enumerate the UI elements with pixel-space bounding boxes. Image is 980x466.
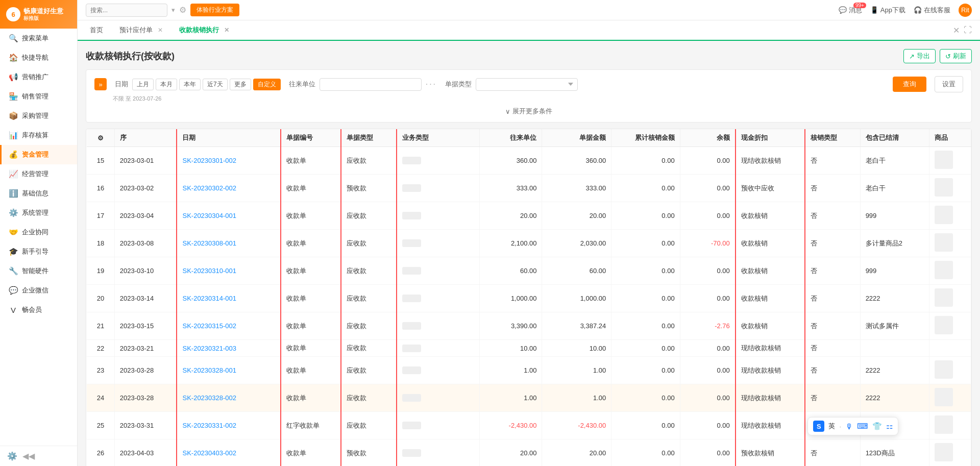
filter-bar: » 日期 上月 本月 本年 近7天 更多 自定义 往来单位 bbox=[86, 69, 972, 122]
page-content: 收款核销执行(按收款) ↗ 导出 ↺ 刷新 » 日期 bbox=[78, 41, 980, 466]
sidebar-item-marketing[interactable]: 📢 营销推广 bbox=[0, 67, 77, 87]
cell-discount: -70.00 bbox=[680, 230, 736, 257]
date-btn-this-month[interactable]: 本月 bbox=[156, 79, 177, 90]
cell-goods-img bbox=[929, 175, 971, 202]
date-btn-more[interactable]: 更多 bbox=[230, 79, 251, 90]
sidebar-item-label: 企业微信 bbox=[22, 286, 48, 295]
collapse-icon[interactable]: ◀◀ bbox=[22, 451, 35, 461]
date-btn-this-year[interactable]: 本年 bbox=[179, 79, 201, 90]
float-bar-apps-icon[interactable]: ⚏ bbox=[886, 422, 893, 431]
order-no-link[interactable]: SK-20230315-002 bbox=[182, 322, 236, 330]
settings-button[interactable]: 设置 bbox=[935, 76, 963, 92]
order-no-link[interactable]: SK-20230403-002 bbox=[182, 449, 236, 457]
sidebar-item-purchase[interactable]: 📦 采购管理 bbox=[0, 106, 77, 126]
cell-amount: 333.00 bbox=[480, 175, 542, 202]
cell-balance: 0.00 bbox=[611, 357, 680, 384]
th-date: 序 bbox=[114, 129, 177, 147]
filter-partner-input[interactable] bbox=[320, 78, 422, 91]
cell-cancel-type: 现结收款核销 bbox=[736, 147, 805, 175]
sidebar-item-label: 智能硬件 bbox=[22, 266, 48, 276]
sidebar-item-hardware[interactable]: 🔧 智能硬件 bbox=[0, 261, 77, 281]
refresh-button[interactable]: ↺ 刷新 bbox=[940, 49, 972, 63]
cell-date: 2023-03-31 bbox=[114, 412, 177, 439]
sidebar-item-system[interactable]: ⚙️ 系统管理 bbox=[0, 203, 77, 223]
settings-bottom-icon[interactable]: ⚙️ bbox=[7, 451, 17, 461]
filter-collapse-button[interactable]: » bbox=[94, 78, 107, 90]
sidebar-item-quicknav[interactable]: 🏠 快捷导航 bbox=[0, 48, 77, 67]
tab-collection[interactable]: 收款核销执行 ✕ bbox=[171, 20, 237, 41]
sidebar-item-label: 系统管理 bbox=[22, 208, 48, 217]
topbar-search-input[interactable] bbox=[86, 4, 167, 17]
order-no-link[interactable]: SK-20230308-001 bbox=[182, 239, 236, 247]
topbar-app-download[interactable]: 📱 App下载 bbox=[870, 6, 905, 15]
topbar-online-service[interactable]: 🎧 在线客服 bbox=[914, 6, 950, 15]
sidebar-item-enterprise[interactable]: 🤝 企业协同 bbox=[0, 223, 77, 242]
tabbar-right: ✕ ⛶ bbox=[953, 20, 976, 40]
date-btn-last-month[interactable]: 上月 bbox=[132, 79, 154, 90]
topbar-dropdown-icon[interactable]: ▾ bbox=[172, 6, 175, 14]
tabbar-expand-icon[interactable]: ⛶ bbox=[964, 26, 972, 35]
tab-prepay[interactable]: 预计应付单 ✕ bbox=[111, 20, 171, 41]
order-no-link[interactable]: SK-20230331-002 bbox=[182, 422, 236, 429]
tab-prepay-close[interactable]: ✕ bbox=[158, 27, 163, 34]
sidebar-item-wechat[interactable]: 💬 企业微信 bbox=[0, 281, 77, 300]
th-partner: 业务类型 bbox=[397, 129, 480, 147]
expand-more-button[interactable]: ∨ 展开更多条件 bbox=[505, 107, 552, 116]
data-table: ⚙ 序 日期 单据编号 单据类型 业务类型 往来单位 单据金额 累计核销金额 余… bbox=[86, 129, 971, 466]
order-no-link[interactable]: SK-20230301-002 bbox=[182, 157, 236, 164]
cell-cancel-amount: 333.00 bbox=[542, 175, 611, 202]
sidebar-item-basic[interactable]: ℹ️ 基础信息 bbox=[0, 184, 77, 203]
date-btn-custom[interactable]: 自定义 bbox=[253, 79, 281, 90]
order-no-link[interactable]: SK-20230310-001 bbox=[182, 267, 236, 275]
user-avatar[interactable]: Rit bbox=[959, 4, 972, 17]
sidebar-item-inventory[interactable]: 📊 库存核算 bbox=[0, 126, 77, 145]
home-icon: 🏠 bbox=[9, 53, 18, 62]
tab-collection-close[interactable]: ✕ bbox=[224, 27, 229, 34]
topbar-messages[interactable]: 💬 消息 99+ bbox=[839, 6, 862, 15]
filter-partner-dots[interactable]: ··· bbox=[426, 80, 437, 89]
float-bar-shirt-icon[interactable]: 👕 bbox=[872, 422, 882, 431]
order-no-link[interactable]: SK-20230321-003 bbox=[182, 345, 236, 352]
sidebar-item-member[interactable]: V 畅会员 bbox=[0, 300, 77, 320]
main-content: ▾ ⚙ 体验行业方案 💬 消息 99+ 📱 App下载 🎧 在线客服 Rit bbox=[78, 0, 980, 466]
th-settings-icon[interactable]: ⚙ bbox=[87, 129, 114, 147]
cell-cancel-amount: 360.00 bbox=[542, 147, 611, 175]
order-no-link[interactable]: SK-20230302-002 bbox=[182, 184, 236, 192]
sidebar-item-search[interactable]: 🔍 搜索菜单 bbox=[0, 29, 77, 48]
tab-home[interactable]: 首页 bbox=[82, 20, 111, 41]
filter-bill-type-select[interactable] bbox=[476, 78, 578, 91]
cell-date: 2023-03-04 bbox=[114, 202, 177, 230]
partner-value bbox=[402, 366, 421, 374]
topbar-solution-button[interactable]: 体验行业方案 bbox=[190, 4, 239, 16]
order-no-link[interactable]: SK-20230304-001 bbox=[182, 212, 236, 219]
float-bar-keyboard-icon[interactable]: ⌨ bbox=[857, 422, 868, 431]
topbar-gear-icon[interactable]: ⚙ bbox=[179, 5, 186, 15]
page-header: 收款核销执行(按收款) ↗ 导出 ↺ 刷新 bbox=[86, 49, 972, 63]
query-button[interactable]: 查询 bbox=[893, 77, 926, 92]
hardware-icon: 🔧 bbox=[9, 266, 18, 276]
order-no-link[interactable]: SK-20230314-001 bbox=[182, 295, 236, 302]
sidebar-item-finance[interactable]: 💰 资金管理 bbox=[0, 145, 77, 164]
order-no-link[interactable]: SK-20230328-002 bbox=[182, 394, 236, 402]
table-row: 24 2023-03-28 SK-20230328-002 收款单 应收款 1.… bbox=[87, 384, 971, 412]
sidebar-item-operations[interactable]: 📈 经营管理 bbox=[0, 164, 77, 184]
cell-discount: 0.00 bbox=[680, 285, 736, 312]
table-container: ⚙ 序 日期 单据编号 单据类型 业务类型 往来单位 单据金额 累计核销金额 余… bbox=[86, 129, 972, 466]
tabbar-close-icon[interactable]: ✕ bbox=[953, 26, 960, 35]
cell-seq: 17 bbox=[87, 202, 114, 230]
sidebar-item-sales[interactable]: 🏪 销售管理 bbox=[0, 87, 77, 106]
guide-icon: 🎓 bbox=[9, 247, 18, 256]
export-button[interactable]: ↗ 导出 bbox=[903, 49, 936, 63]
cell-goods: 测试多属件 bbox=[860, 312, 929, 340]
date-btn-7days[interactable]: 近7天 bbox=[203, 79, 228, 90]
cell-order-no: SK-20230315-002 bbox=[177, 312, 281, 340]
th-cancel-amount: 单据金额 bbox=[542, 129, 611, 147]
column-settings-icon[interactable]: ⚙ bbox=[97, 134, 104, 142]
float-bar-mic-icon[interactable]: 🎙 bbox=[845, 422, 853, 431]
sidebar-item-guide[interactable]: 🎓 新手引导 bbox=[0, 242, 77, 261]
cell-seq: 19 bbox=[87, 257, 114, 285]
cell-biz-type: 预收款 bbox=[341, 439, 397, 467]
message-icon: 💬 bbox=[839, 6, 847, 14]
cell-partner bbox=[397, 439, 480, 467]
order-no-link[interactable]: SK-20230328-001 bbox=[182, 366, 236, 374]
